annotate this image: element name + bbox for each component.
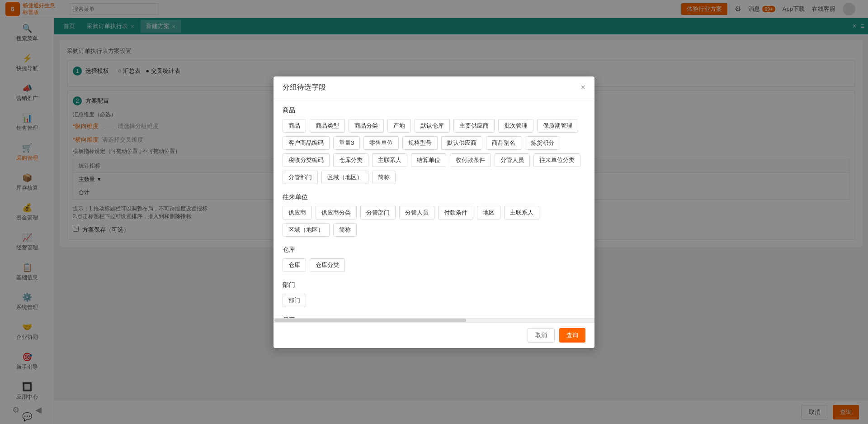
section-partner-fields: 供应商 供应商分类 分管部门 分管人员 付款条件 地区 主联系人 区域（地区） …: [283, 206, 585, 237]
field-goods-type[interactable]: 商品类型: [310, 119, 345, 133]
field-settle-unit[interactable]: 结算单位: [411, 153, 446, 167]
field-warehouse-category[interactable]: 仓库分类: [333, 153, 368, 167]
field-spec-model[interactable]: 规格型号: [402, 136, 438, 150]
field-main-contact[interactable]: 主联系人: [372, 153, 407, 167]
modal-confirm-button[interactable]: 查询: [559, 328, 585, 343]
modal-horizontal-scrollbar[interactable]: [274, 318, 594, 322]
field-wh[interactable]: 仓库: [283, 258, 306, 272]
field-goods[interactable]: 商品: [283, 119, 306, 133]
field-department[interactable]: 部门: [283, 294, 306, 307]
section-goods: 商品 商品 商品类型 商品分类 产地 默认仓库 主要供应商 批次管理 保质期管理…: [283, 106, 585, 184]
field-main-supplier[interactable]: 主要供应商: [453, 119, 495, 133]
field-region[interactable]: 区域（地区）: [321, 171, 368, 184]
field-supplier-cat[interactable]: 供应商分类: [316, 206, 357, 219]
section-partner-title: 往来单位: [283, 193, 585, 201]
field-select-modal: 分组待选字段 × 商品 商品 商品类型 商品分类 产地 默认仓库 主要供应商 批…: [274, 76, 594, 348]
section-warehouse-title: 仓库: [283, 246, 585, 254]
field-weight[interactable]: 重量3: [333, 136, 360, 150]
section-dept-title: 部门: [283, 281, 585, 289]
field-partner-short[interactable]: 简称: [333, 223, 357, 237]
modal-title: 分组待选字段: [283, 83, 326, 92]
field-retail-unit[interactable]: 零售单位: [363, 136, 399, 150]
field-batch[interactable]: 批次管理: [498, 119, 533, 133]
field-origin[interactable]: 产地: [387, 119, 411, 133]
field-default-supplier[interactable]: 默认供应商: [441, 136, 482, 150]
scrollbar-thumb[interactable]: [274, 319, 466, 322]
field-payment-terms[interactable]: 收付款条件: [450, 153, 491, 167]
field-goods-alias[interactable]: 商品别名: [486, 136, 521, 150]
field-partner-region[interactable]: 区域（地区）: [283, 223, 330, 237]
modal-footer: 取消 查询: [274, 322, 594, 348]
field-points[interactable]: 炼货积分: [525, 136, 560, 150]
field-shelf-life[interactable]: 保质期管理: [537, 119, 578, 133]
field-area[interactable]: 地区: [477, 206, 500, 219]
field-dept[interactable]: 分管部门: [283, 171, 318, 184]
section-goods-fields: 商品 商品类型 商品分类 产地 默认仓库 主要供应商 批次管理 保质期管理 客户…: [283, 119, 585, 184]
modal-body[interactable]: 商品 商品 商品类型 商品分类 产地 默认仓库 主要供应商 批次管理 保质期管理…: [274, 99, 594, 318]
field-partner-supervisor[interactable]: 分管人员: [399, 206, 434, 219]
field-pay-terms[interactable]: 付款条件: [438, 206, 473, 219]
field-supplier[interactable]: 供应商: [283, 206, 312, 219]
section-warehouse-fields: 仓库 仓库分类: [283, 258, 585, 272]
modal-close-button[interactable]: ×: [580, 83, 585, 92]
section-partner: 往来单位 供应商 供应商分类 分管部门 分管人员 付款条件 地区 主联系人 区域…: [283, 193, 585, 237]
field-goods-category[interactable]: 商品分类: [349, 119, 384, 133]
section-dept: 部门 部门: [283, 281, 585, 307]
field-supervisor[interactable]: 分管人员: [495, 153, 530, 167]
modal-cancel-button[interactable]: 取消: [528, 328, 555, 343]
section-dept-fields: 部门: [283, 294, 585, 307]
section-warehouse: 仓库 仓库 仓库分类: [283, 246, 585, 272]
field-partner-category[interactable]: 往来单位分类: [533, 153, 580, 167]
field-partner-contact[interactable]: 主联系人: [504, 206, 539, 219]
field-partner-dept[interactable]: 分管部门: [360, 206, 396, 219]
section-goods-title: 商品: [283, 106, 585, 114]
modal-header: 分组待选字段 ×: [274, 76, 594, 99]
field-customer-code[interactable]: 客户商品编码: [283, 136, 330, 150]
field-wh-cat[interactable]: 仓库分类: [310, 258, 345, 272]
field-short-name[interactable]: 简称: [372, 171, 396, 184]
field-tax-code[interactable]: 税收分类编码: [283, 153, 330, 167]
field-default-warehouse[interactable]: 默认仓库: [415, 119, 450, 133]
